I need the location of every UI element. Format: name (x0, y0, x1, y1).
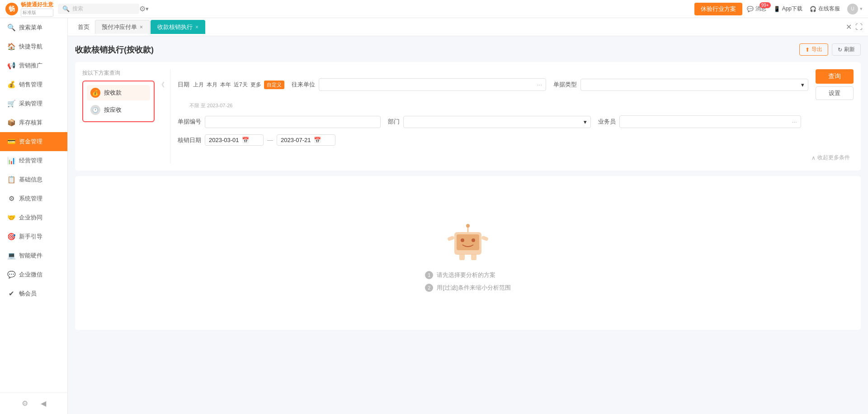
headset-icon: 🎧 (810, 6, 816, 12)
inventory-icon: 📦 (7, 119, 15, 127)
sidebar-item-sales[interactable]: 💰 销售管理 (0, 75, 67, 94)
partner-more-icon: ··· (537, 81, 542, 88)
sidebar-item-label: 基础信息 (19, 176, 42, 184)
step1-text: 请先选择要分析的方案 (437, 271, 495, 279)
enterprise-icon: 🤝 (7, 214, 15, 222)
sidebar-item-quick-nav[interactable]: 🏠 快捷导航 (0, 37, 67, 56)
page-title: 收款核销执行(按收款) (75, 44, 154, 55)
sidebar-item-label: 采购管理 (19, 100, 42, 108)
export-btn[interactable]: ⬆ 导出 (799, 43, 828, 56)
sidebar-item-label: 新手引导 (19, 233, 42, 241)
industry-btn[interactable]: 休验行业方案 (694, 3, 742, 15)
sidebar-item-label: 搜索菜单 (19, 24, 42, 32)
tab-label: 预付冲应付单 (102, 23, 137, 31)
collapse-more-icon: ∧ (811, 155, 816, 161)
filter-option-by-collection[interactable]: 💰 按收款 (87, 85, 150, 100)
close-all-btn[interactable]: ✕ (846, 23, 852, 31)
sidebar-collapse-btn[interactable]: ◀ (38, 396, 49, 410)
setting-btn[interactable]: 设置 (816, 86, 854, 100)
date-hint: 不限 至 2023-07-26 (189, 102, 854, 109)
query-btn-area: 查询 设置 (816, 69, 854, 100)
tab-prepay[interactable]: 预付冲应付单 × (95, 20, 150, 34)
user-area[interactable]: U ▾ (847, 4, 863, 14)
expand-btn[interactable]: ⛶ (855, 23, 863, 31)
sidebar-item-purchase[interactable]: 🛒 采购管理 (0, 94, 67, 113)
shortcut-7days[interactable]: 近7天 (234, 81, 248, 89)
sidebar-item-hardware[interactable]: 💻 智能硬件 (0, 246, 67, 265)
docno-input[interactable] (205, 116, 381, 128)
date-hint-text: 不限 至 2023-07-26 (189, 103, 232, 108)
sidebar: 🔍 搜索菜单 🏠 快捷导航 📢 营销推广 💰 销售管理 🛒 采购管理 📦 库存核… (0, 18, 68, 414)
shortcut-this-year[interactable]: 本年 (220, 81, 231, 89)
app-download-btn[interactable]: 📱 App下载 (774, 5, 802, 13)
collapse-more-btn[interactable]: ∧ 收起更多条件 (808, 152, 854, 163)
verify-date-to-input[interactable]: 2023-07-21 📅 (277, 134, 335, 146)
filter-method-box: 💰 按收款 🕐 按应收 (82, 81, 155, 122)
partner-input[interactable]: ··· (319, 78, 547, 91)
sidebar-item-basic-info[interactable]: 📋 基础信息 (0, 170, 67, 189)
sidebar-item-label: 系统管理 (19, 195, 42, 203)
tab-close-collection[interactable]: × (195, 24, 198, 30)
sidebar-item-wechat[interactable]: 💬 企业微信 (0, 265, 67, 284)
search-placeholder: 搜索 (72, 5, 83, 13)
system-icon: ⚙ (7, 195, 15, 203)
svg-rect-1 (457, 234, 479, 250)
tab-close-prepay[interactable]: × (140, 24, 143, 30)
dept-select[interactable]: ▾ (403, 116, 591, 128)
filter-option-by-receivable[interactable]: 🕐 按应收 (87, 102, 150, 118)
sidebar-item-search-menu[interactable]: 🔍 搜索菜单 (0, 18, 67, 37)
gear-button[interactable]: ⚙ (139, 5, 146, 13)
topbar-actions: 💬 消息 99+ 📱 App下载 🎧 在线客服 U ▾ (747, 4, 863, 14)
tab-collection[interactable]: 收款核销执行 × (151, 20, 205, 34)
date-custom-badge[interactable]: 自定义 (264, 81, 284, 89)
operations-icon: 📊 (7, 157, 15, 165)
search-icon: 🔍 (62, 5, 70, 12)
sales-icon: 💰 (7, 81, 15, 89)
filter-method-title: 按以下方案查询 (82, 69, 155, 77)
marketing-icon: 📢 (7, 62, 15, 70)
main-layout: 🔍 搜索菜单 🏠 快捷导航 📢 营销推广 💰 销售管理 🛒 采购管理 📦 库存核… (0, 18, 868, 414)
tab-home[interactable]: 首页 (73, 20, 94, 34)
svg-rect-9 (471, 254, 476, 260)
refresh-icon: ↻ (838, 47, 842, 53)
sidebar-item-vip[interactable]: ✔ 畅会员 (0, 284, 67, 303)
search-box[interactable]: 🔍 搜索 (58, 4, 139, 14)
sidebar-item-inventory[interactable]: 📦 库存核算 (0, 113, 67, 132)
dropdown-icon[interactable]: ▾ (146, 5, 149, 12)
message-btn[interactable]: 💬 消息 99+ (747, 5, 766, 13)
sidebar-settings-btn[interactable]: ⚙ (19, 396, 31, 410)
export-label: 导出 (811, 46, 822, 53)
basic-info-icon: 📋 (7, 176, 15, 184)
verify-date-from-input[interactable]: 2023-03-01 📅 (205, 134, 264, 146)
filter-verify-date-field: 核销日期 2023-03-01 📅 — 2023-07-21 📅 (178, 134, 335, 146)
svg-rect-8 (459, 254, 465, 260)
shortcut-last-month[interactable]: 上月 (193, 81, 204, 89)
sidebar-item-marketing[interactable]: 📢 营销推广 (0, 56, 67, 75)
app-logo: 畅 畅捷通好生意 标准版 (5, 1, 53, 17)
filter-partner-field: 往来单位 ··· (292, 78, 547, 91)
query-btn[interactable]: 查询 (816, 69, 854, 84)
by-receivable-label: 按应收 (104, 106, 122, 114)
page-header: 收款核销执行(按收款) ⬆ 导出 ↻ 刷新 (75, 43, 861, 56)
sidebar-item-guide[interactable]: 🎯 新手引导 (0, 227, 67, 246)
shortcut-this-month[interactable]: 本月 (207, 81, 217, 89)
home-icon: 🏠 (7, 43, 15, 51)
purchase-icon: 🛒 (7, 100, 15, 108)
app-download-label: App下载 (782, 5, 802, 13)
sidebar-item-operations[interactable]: 📊 经营管理 (0, 151, 67, 170)
sidebar-item-enterprise[interactable]: 🤝 企业协同 (0, 208, 67, 227)
calendar-icon-from: 📅 (242, 137, 249, 143)
collapse-divider-area: 《 (155, 81, 168, 163)
staff-input[interactable]: ··· (619, 115, 801, 128)
shortcut-more[interactable]: 更多 (250, 81, 261, 89)
filter-doctype-field: 单据类型 ▾ (553, 79, 808, 91)
collapse-left-btn[interactable]: 《 (158, 81, 165, 89)
sidebar-item-finance[interactable]: 💳 资金管理 (0, 132, 67, 151)
avatar: U (847, 4, 858, 14)
empty-step-1: 1 请先选择要分析的方案 (425, 271, 510, 279)
refresh-btn[interactable]: ↻ 刷新 (832, 43, 861, 56)
sidebar-item-system[interactable]: ⚙ 系统管理 (0, 189, 67, 208)
online-service-btn[interactable]: 🎧 在线客服 (810, 5, 840, 13)
doctype-select[interactable]: ▾ (580, 79, 808, 91)
verify-date-to-value: 2023-07-21 (281, 137, 311, 143)
